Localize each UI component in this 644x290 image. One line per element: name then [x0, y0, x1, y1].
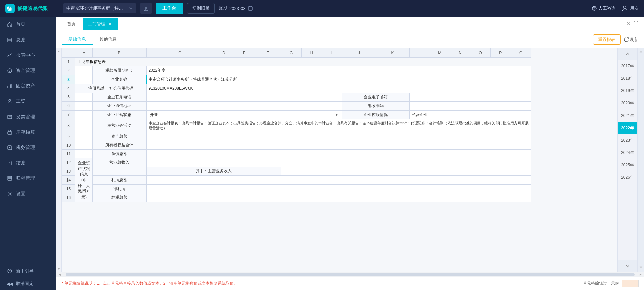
year-2020[interactable]: 2020年: [618, 97, 637, 110]
sheet-wrapper[interactable]: A B C D E F G H I J K L M: [62, 48, 617, 272]
tab-bar: 首页 工商管理 × ✕ ⛶: [56, 17, 644, 31]
cell-3B: 企业名称: [92, 75, 146, 84]
cell-4C[interactable]: 91320100MA208E5W6K: [146, 84, 531, 93]
tab-close-button[interactable]: ×: [107, 21, 113, 27]
sidebar-item-unpin[interactable]: ◀◀ 取消固定: [0, 277, 56, 290]
sidebar-item-tax[interactable]: 税务管理: [0, 140, 56, 155]
hscroll-left[interactable]: ◄: [56, 273, 63, 276]
company-selector[interactable]: 中审众环会计师事务所（特殊普通合伙...: [63, 3, 136, 13]
horizontal-scrollbar[interactable]: ◄ ►: [56, 272, 644, 277]
cell-16C[interactable]: [146, 193, 531, 202]
cell-7K[interactable]: 私营企业: [410, 110, 531, 119]
row-num-11: 11: [62, 150, 75, 158]
refresh-button[interactable]: 刷新: [624, 37, 639, 43]
right-collapse-panel: [637, 48, 644, 272]
year-2025[interactable]: 2025年: [618, 159, 637, 171]
cell-11A[interactable]: [75, 150, 92, 158]
cell-5K[interactable]: [410, 93, 531, 101]
user-menu[interactable]: 用友: [621, 5, 639, 12]
cell-2A[interactable]: [75, 66, 92, 75]
hscroll-track[interactable]: [66, 273, 635, 276]
switch-version-button[interactable]: 切到旧版: [187, 3, 215, 14]
row-num-1: 1: [62, 58, 75, 66]
cell-8A[interactable]: [75, 119, 92, 132]
scroll-down[interactable]: ▼: [57, 267, 61, 271]
year-2021[interactable]: 2021年: [618, 110, 637, 122]
sheet-left-scroll[interactable]: ▲ ▼: [56, 48, 62, 272]
sidebar-item-invoice[interactable]: 发票管理: [0, 109, 56, 125]
hscroll-right[interactable]: ►: [637, 273, 644, 276]
table-row: 2 税款所属期间： 2022年度: [62, 66, 531, 75]
cell-8C[interactable]: 审查企业会计报表；出具审计报告；验证企业资本；出具验资报告；办理企业合并、分立、…: [146, 119, 531, 132]
year-scroll-down[interactable]: [618, 260, 637, 272]
cell-13G[interactable]: [281, 167, 531, 176]
cell-10A[interactable]: [75, 141, 92, 150]
sidebar-item-ledger[interactable]: 总账: [0, 32, 56, 48]
cell-5A[interactable]: [75, 93, 92, 101]
table-row: 13 其中：主营业务收入: [62, 167, 531, 176]
sidebar-item-settings[interactable]: 设置: [0, 186, 56, 202]
cell-14C[interactable]: [146, 176, 531, 185]
col-header-E: E: [234, 48, 254, 58]
sidebar-label-assets: 固定资产: [16, 83, 35, 89]
cell-7A[interactable]: [75, 110, 92, 119]
sidebar-item-reports[interactable]: 报表中心: [0, 48, 56, 63]
workbench-button[interactable]: 工作台: [156, 3, 183, 14]
tab-home-label: 首页: [67, 21, 76, 27]
row-num-2: 2: [62, 66, 75, 75]
cell-12C[interactable]: [146, 158, 531, 167]
row-num-4: 4: [62, 84, 75, 93]
sidebar-item-wages[interactable]: 工资: [0, 94, 56, 109]
sidebar-item-guide[interactable]: ? 新手引导: [0, 265, 56, 277]
cell-7-dropdown[interactable]: 开业 ▼: [146, 110, 342, 119]
cell-3A[interactable]: [75, 75, 92, 84]
scroll-up[interactable]: ▲: [57, 49, 61, 53]
reset-button[interactable]: 重置报表: [593, 34, 621, 45]
cell-9A[interactable]: [75, 132, 92, 141]
service-button[interactable]: 耳 人工咨询: [592, 5, 616, 11]
year-2022[interactable]: 2022年: [618, 122, 637, 134]
svg-rect-13: [8, 38, 12, 42]
subtab-other[interactable]: 其他信息: [93, 34, 123, 45]
cell-12B: 营业总收入: [92, 158, 146, 167]
sidebar-item-archive[interactable]: 归档管理: [0, 171, 56, 186]
year-panel: 2017年 2018年 2019年 2020年 2021年 2022年 2023…: [617, 48, 637, 272]
window-close-button[interactable]: ✕: [626, 21, 631, 27]
col-header-A: A: [75, 48, 92, 58]
sidebar-item-finance[interactable]: ¥ 资金管理: [0, 63, 56, 78]
tab-business[interactable]: 工商管理 ×: [83, 18, 118, 30]
year-2017[interactable]: 2017年: [618, 60, 637, 72]
cell-5C[interactable]: [146, 93, 342, 101]
cell-10C[interactable]: [146, 141, 531, 150]
cell-6A[interactable]: [75, 101, 92, 110]
sidebar-item-close[interactable]: 结账: [0, 155, 56, 171]
sheet-title[interactable]: 工商年报信息表: [75, 58, 531, 66]
cell-5B: 企业联系电话: [92, 93, 146, 101]
cell-6K[interactable]: [410, 101, 531, 110]
cell-15C[interactable]: [146, 185, 531, 193]
cell-6C[interactable]: [146, 101, 342, 110]
sidebar-item-inventory[interactable]: 库存核算: [0, 125, 56, 140]
year-2024[interactable]: 2024年: [618, 147, 637, 159]
year-2019[interactable]: 2019年: [618, 85, 637, 97]
cell-9C[interactable]: [146, 132, 531, 141]
tab-home[interactable]: 首页: [62, 18, 81, 30]
cell-2C[interactable]: 2022年度: [146, 66, 531, 75]
sidebar-item-assets[interactable]: 固定资产: [0, 78, 56, 94]
corner-cell: [62, 48, 75, 58]
settings-icon: [7, 191, 13, 197]
collapse-down-button[interactable]: [639, 262, 643, 272]
sidebar-item-home[interactable]: 首页: [0, 17, 56, 32]
document-icon[interactable]: [140, 3, 152, 14]
year-2023[interactable]: 2023年: [618, 134, 637, 147]
cell-11C[interactable]: [146, 150, 531, 158]
sidebar-label-inventory: 库存核算: [16, 129, 35, 135]
collapse-up-button[interactable]: [639, 48, 643, 58]
ledger-icon: [7, 37, 13, 43]
cell-3C[interactable]: 中审众环会计师事务所（特殊普通合伙）江苏分所: [146, 75, 531, 84]
year-2026[interactable]: 2026年: [618, 171, 637, 184]
window-expand-button[interactable]: ⛶: [633, 21, 639, 27]
year-2018[interactable]: 2018年: [618, 72, 637, 85]
year-scroll-up[interactable]: [618, 48, 637, 60]
subtab-basic[interactable]: 基础信息: [62, 34, 93, 45]
